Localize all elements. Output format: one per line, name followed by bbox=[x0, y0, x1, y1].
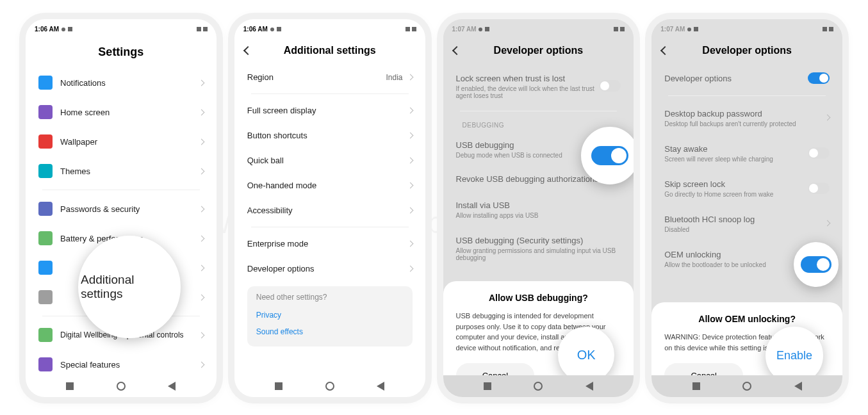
lock-icon bbox=[38, 202, 53, 216]
star-icon bbox=[38, 357, 53, 371]
chevron-icon bbox=[198, 264, 204, 271]
toggle-stay-awake[interactable] bbox=[808, 147, 830, 159]
row-lock-trust[interactable]: Lock screen when trust is lostIf enabled… bbox=[450, 65, 628, 107]
chevron-icon bbox=[407, 108, 413, 114]
toggle-skip-lock[interactable] bbox=[808, 183, 830, 194]
row-developer-options[interactable]: Developer options bbox=[241, 256, 419, 281]
header: Developer options bbox=[651, 37, 842, 65]
divider bbox=[251, 94, 409, 94]
status-time: 1:07 AM bbox=[452, 26, 477, 33]
header: Developer options bbox=[443, 37, 634, 65]
nav-back[interactable] bbox=[585, 382, 593, 391]
magnify-additional-settings: Additional settings bbox=[78, 236, 181, 338]
chevron-icon bbox=[198, 168, 204, 174]
row-passwords[interactable]: Passwords & security bbox=[32, 194, 210, 224]
link-sound-effects[interactable]: Sound effects bbox=[256, 323, 404, 340]
link-privacy[interactable]: Privacy bbox=[256, 307, 404, 323]
row-dev-options-toggle[interactable]: Developer options bbox=[658, 65, 836, 92]
nav-bar bbox=[234, 375, 425, 397]
magnify-oem-toggle bbox=[794, 242, 839, 287]
nav-back[interactable] bbox=[794, 382, 802, 391]
row-skip-lock[interactable]: Skip screen lockGo directly to Home scre… bbox=[658, 170, 836, 206]
notifications-icon bbox=[38, 76, 53, 90]
row-wallpaper[interactable]: Wallpaper bbox=[32, 127, 210, 156]
divider bbox=[668, 95, 826, 96]
dialog-title: Allow OEM unlocking? bbox=[664, 314, 830, 324]
page-title: Additional settings bbox=[245, 45, 415, 56]
nav-recents[interactable] bbox=[275, 382, 283, 390]
enable-button-enlarged[interactable]: Enable bbox=[776, 349, 812, 362]
status-time: 1:06 AM bbox=[35, 26, 59, 33]
nav-home[interactable] bbox=[117, 382, 126, 391]
phone-dev-options-usb: 1:07 AM Developer options Lock screen wh… bbox=[443, 19, 634, 397]
page-title: Developer options bbox=[662, 45, 832, 56]
row-stay-awake[interactable]: Stay awakeScreen will never sleep while … bbox=[658, 135, 836, 170]
nav-back[interactable] bbox=[377, 382, 384, 391]
magnify-usb-toggle bbox=[581, 127, 634, 184]
chevron-icon bbox=[407, 133, 413, 139]
divider bbox=[251, 227, 409, 227]
status-time: 1:07 AM bbox=[660, 26, 685, 33]
toggle-usb-debugging-enlarged[interactable] bbox=[591, 146, 628, 165]
status-time: 1:06 AM bbox=[243, 26, 268, 33]
help-box: Need other settings? Privacy Sound effec… bbox=[247, 286, 413, 346]
row-one-handed[interactable]: One-handed mode bbox=[241, 173, 419, 198]
status-bar: 1:06 AM bbox=[26, 19, 217, 37]
chevron-icon bbox=[198, 361, 204, 368]
nav-home[interactable] bbox=[534, 382, 543, 391]
row-install-usb[interactable]: Install via USBAllow installing apps via… bbox=[450, 191, 628, 227]
chevron-icon bbox=[198, 332, 204, 338]
phone-additional-settings: 1:06 AM Additional settings RegionIndia … bbox=[234, 19, 425, 397]
battery-icon bbox=[38, 231, 53, 245]
row-usb-security[interactable]: USB debugging (Security settings)Allow g… bbox=[450, 227, 628, 269]
row-quick-ball[interactable]: Quick ball bbox=[241, 148, 419, 173]
chevron-icon bbox=[198, 235, 204, 241]
row-accessibility[interactable]: Accessibility bbox=[241, 198, 419, 223]
dialog-title: Allow USB debugging? bbox=[456, 293, 621, 303]
nav-back[interactable] bbox=[168, 382, 176, 391]
chevron-icon bbox=[198, 79, 204, 86]
home-icon bbox=[38, 105, 53, 119]
page-title: Settings bbox=[26, 37, 217, 68]
chevron-icon bbox=[407, 183, 413, 189]
chevron-icon bbox=[198, 294, 204, 300]
wallpaper-icon bbox=[38, 134, 53, 149]
row-notifications[interactable]: Notifications bbox=[32, 68, 210, 97]
nav-recents[interactable] bbox=[692, 382, 700, 390]
nav-bar bbox=[443, 375, 634, 397]
chevron-icon bbox=[407, 208, 413, 214]
help-title: Need other settings? bbox=[256, 293, 404, 302]
divider bbox=[42, 190, 200, 190]
row-button-shortcuts[interactable]: Button shortcuts bbox=[241, 123, 419, 148]
chevron-icon bbox=[824, 220, 831, 227]
nav-recents[interactable] bbox=[484, 382, 491, 390]
nav-home[interactable] bbox=[742, 382, 751, 391]
page-title: Developer options bbox=[454, 45, 624, 56]
phone-settings: 1:06 AM Settings Notifications Home scre… bbox=[26, 19, 217, 397]
row-region[interactable]: RegionIndia bbox=[241, 65, 419, 90]
ok-button-enlarged[interactable]: OK bbox=[577, 348, 596, 362]
status-bar: 1:07 AM bbox=[443, 19, 634, 37]
nav-home[interactable] bbox=[325, 382, 334, 391]
status-bar: 1:07 AM bbox=[651, 19, 842, 37]
row-bluetooth-hci[interactable]: Bluetooth HCI snoop logDisabled bbox=[658, 206, 836, 241]
nav-recents[interactable] bbox=[66, 382, 74, 390]
divider bbox=[460, 111, 618, 111]
chevron-icon bbox=[198, 138, 204, 145]
gear-icon bbox=[38, 290, 53, 304]
row-home-screen[interactable]: Home screen bbox=[32, 97, 210, 127]
row-backup-password[interactable]: Desktop backup passwordDesktop full back… bbox=[658, 100, 836, 135]
chevron-icon bbox=[407, 266, 413, 272]
chevron-icon bbox=[407, 74, 413, 81]
row-themes[interactable]: Themes bbox=[32, 156, 210, 186]
toggle-oem-unlocking-enlarged[interactable] bbox=[801, 256, 831, 273]
toggle-lock-trust[interactable] bbox=[599, 80, 621, 92]
nav-bar bbox=[651, 375, 842, 397]
phone-dev-options-oem: 1:07 AM Developer options Developer opti… bbox=[651, 19, 842, 397]
chevron-icon bbox=[824, 115, 831, 121]
row-enterprise[interactable]: Enterprise mode bbox=[241, 231, 419, 256]
row-full-screen[interactable]: Full screen display bbox=[241, 98, 419, 123]
toggle-developer-options[interactable] bbox=[808, 72, 830, 84]
wellbeing-icon bbox=[38, 328, 53, 342]
header: Additional settings bbox=[234, 37, 425, 65]
